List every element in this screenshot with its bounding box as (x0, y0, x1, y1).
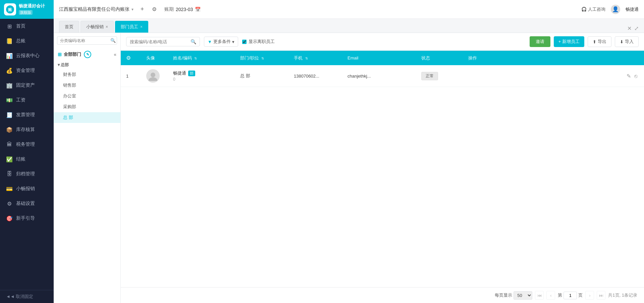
sort-dept-icon: ⇅ (261, 56, 264, 60)
sidebar-item-expense[interactable]: 💳 小畅报销 (0, 181, 54, 196)
home-icon: ⊞ (6, 23, 13, 30)
row-avatar-cell (141, 65, 168, 87)
reports-icon: 📊 (6, 52, 13, 59)
row-dept-cell: 总 部 (235, 65, 288, 87)
tab-expense-close-icon[interactable]: × (106, 25, 108, 29)
sidebar-item-assets[interactable]: 🏢 固定资产 (0, 78, 54, 93)
page-last-button[interactable]: ⏭ (597, 291, 605, 300)
tab-expand-button[interactable]: ⤢ (634, 26, 639, 31)
pagination-bar: 每页显示 10 20 50 100 ⏮ ‹ 第 页 › ⏭ 共1 (121, 287, 644, 303)
collapse-panel-button[interactable]: « (114, 52, 116, 57)
all-dept-item[interactable]: ⊞ 全部部门 ✎ « (54, 48, 120, 61)
page-input-group[interactable]: 第 页 (558, 292, 583, 299)
period-value: 2023-03 (176, 7, 193, 12)
dept-item-caiwubu[interactable]: 财务部 (54, 69, 120, 80)
sidebar-item-label: 基础设置 (16, 201, 35, 207)
sidebar-item-closing[interactable]: ✅ 结账 (0, 152, 54, 167)
topbar: 江西服宝精品有限责任公司内账张 ▾ + ⚙ 账期 2023-03 📅 🎧 人工咨… (54, 0, 644, 19)
page-prev-button[interactable]: ‹ (546, 291, 555, 300)
sidebar-item-label: 小畅报销 (16, 186, 35, 192)
sidebar-item-archive[interactable]: 🗄 归档管理 (0, 167, 54, 181)
dept-search-icon: 🔍 (110, 38, 116, 43)
period-selector[interactable]: 账期 2023-03 📅 (164, 6, 201, 12)
edit-dept-button[interactable]: ✎ (84, 51, 91, 58)
sidebar-item-home[interactable]: ⊞ 首页 (0, 19, 54, 34)
tab-employee[interactable]: 部门员工 × (115, 21, 148, 33)
export-button[interactable]: ⬆ 导出 (588, 36, 611, 47)
page-number-input[interactable] (564, 292, 577, 299)
expense-icon: 💳 (6, 185, 13, 192)
import-button[interactable]: ⬇ 导入 (615, 36, 639, 47)
col-header-settings[interactable]: ⚙ (121, 51, 141, 65)
status-badge: 正常 (421, 72, 438, 80)
grid-icon: ⊞ (58, 52, 62, 57)
edit-employee-button[interactable]: ✎ (626, 72, 632, 80)
col-header-dept[interactable]: 部门/职位 ⇅ (235, 51, 288, 65)
dept-group-label: ▾ 总部 (54, 61, 120, 69)
all-dept-label: 全部部门 (64, 51, 81, 57)
dept-search-input[interactable] (60, 38, 110, 43)
settings-button[interactable]: ⚙ (150, 5, 159, 14)
row-name-cell: 畅捷通 部 0 (168, 65, 235, 87)
tax-icon: 🏛 (6, 141, 13, 148)
sidebar-item-label: 云报表中心 (16, 53, 40, 59)
page-size-selector[interactable]: 每页显示 10 20 50 100 (495, 291, 532, 300)
search-icon: 🔍 (191, 39, 196, 44)
invite-button[interactable]: 邀请 (530, 36, 550, 47)
row-email-cell: chanjethkj... (342, 65, 416, 87)
employee-table-wrap: ⚙ 头像 姓名/编码 ⇅ 部门/职位 ⇅ (121, 51, 644, 287)
logout-employee-button[interactable]: ⎋ (633, 72, 639, 80)
sidebar-item-label: 库存核算 (16, 127, 35, 133)
employee-search-box[interactable]: 🔍 (126, 37, 200, 46)
unpin-button[interactable]: ◄◄ 取消固定 (0, 290, 54, 303)
user-avatar[interactable]: 👤 (611, 5, 620, 14)
col-header-phone[interactable]: 手机 ⇅ (288, 51, 342, 65)
app-edition: 旗舰版 (19, 10, 33, 15)
row-number: 1 (121, 65, 141, 87)
add-company-button[interactable]: + (138, 5, 147, 14)
sidebar-item-funds[interactable]: 💰 资金管理 (0, 63, 54, 78)
tab-home[interactable]: 首页 (59, 21, 79, 33)
per-page-select[interactable]: 10 20 50 100 (514, 291, 532, 300)
app-name: 畅捷通好会计 (19, 3, 45, 9)
dept-item-xiaoshoubu[interactable]: 销售部 (54, 80, 120, 91)
company-selector[interactable]: 江西服宝精品有限责任公司内账张 ▾ (59, 6, 133, 12)
sort-phone-icon: ⇅ (305, 56, 308, 60)
dept-search-box[interactable]: 🔍 (57, 36, 117, 45)
dept-item-zongbu[interactable]: 总 部 (54, 112, 120, 123)
content-area: 🔍 ⊞ 全部部门 ✎ « ▾ 总部 财务部 销售部 办公室 (54, 33, 644, 303)
page-label: 第 (558, 292, 562, 298)
employee-name: 畅捷通 (173, 70, 186, 76)
inventory-icon: 📦 (6, 126, 13, 133)
settings-icon: ⚙ (6, 200, 13, 207)
help-button[interactable]: 🎧 人工咨询 (581, 6, 605, 12)
page-next-button[interactable]: › (585, 291, 594, 300)
sidebar-item-settings[interactable]: ⚙ 基础设置 (0, 196, 54, 211)
page-first-button[interactable]: ⏮ (535, 291, 544, 300)
archive-icon: 🗄 (6, 171, 13, 177)
import-label: 导入 (625, 39, 634, 45)
sidebar-item-tax[interactable]: 🏛 税务管理 (0, 137, 54, 152)
sidebar-item-salary[interactable]: 💵 工资 (0, 93, 54, 107)
tab-close-all-button[interactable]: ✕ (627, 26, 632, 31)
tab-expense[interactable]: 小畅报销 × (80, 21, 114, 33)
tab-employee-close-icon[interactable]: × (140, 25, 143, 29)
sidebar: 账 畅捷通好会计 旗舰版 ⊞ 首页 📒 总账 📊 云报表中心 💰 资金管理 🏢 … (0, 0, 54, 303)
sidebar-item-invoice[interactable]: 🧾 发票管理 (0, 107, 54, 122)
sidebar-item-ledger[interactable]: 📒 总账 (0, 34, 54, 48)
svg-text:账: 账 (8, 7, 12, 12)
dept-item-bangongshi[interactable]: 办公室 (54, 91, 120, 101)
filter-icon: ▼ (208, 39, 212, 44)
sidebar-item-guide[interactable]: 🎯 新手引导 (0, 211, 54, 226)
dept-item-caigoubu[interactable]: 采购部 (54, 101, 120, 112)
show-resigned-input[interactable] (242, 40, 247, 44)
sidebar-item-inventory[interactable]: 📦 库存核算 (0, 122, 54, 137)
add-employee-button[interactable]: + 新增员工 (554, 36, 584, 47)
page-suffix: 页 (578, 292, 583, 298)
show-resigned-checkbox[interactable]: 显示离职员工 (242, 39, 275, 45)
sidebar-item-reports[interactable]: 📊 云报表中心 (0, 48, 54, 63)
col-header-name[interactable]: 姓名/编码 ⇅ (168, 51, 235, 65)
show-resigned-label: 显示离职员工 (249, 39, 275, 45)
more-filter-button[interactable]: ▼ 更多条件 ▾ (204, 37, 238, 47)
employee-search-input[interactable] (130, 39, 191, 44)
